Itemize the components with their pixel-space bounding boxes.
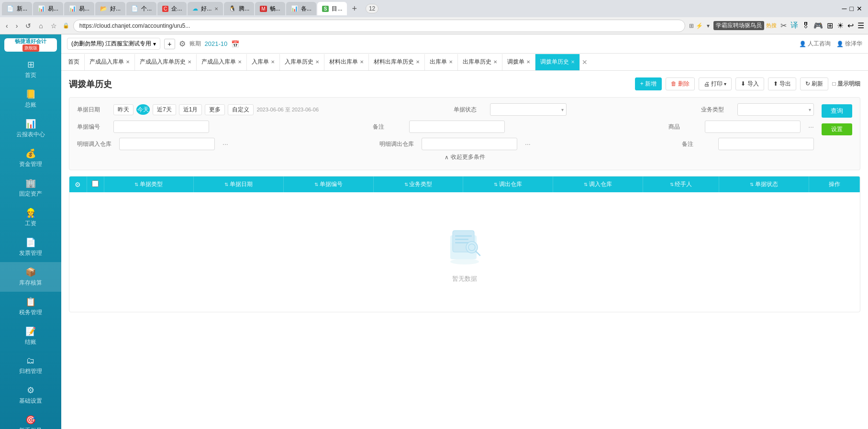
- page-tab-11[interactable]: 调拨单历史 ✕: [535, 54, 580, 70]
- period-value[interactable]: 2021-10: [205, 40, 228, 47]
- browser-tab-4[interactable]: 📂 好...: [95, 2, 125, 15]
- page-tab-11-close[interactable]: ✕: [571, 59, 575, 65]
- close-all-tabs-btn[interactable]: ✕: [582, 58, 588, 66]
- translate-icon[interactable]: 译: [790, 21, 798, 31]
- print-btn[interactable]: 🖨 打印 ▾: [699, 77, 732, 90]
- brightness-icon[interactable]: ☀: [837, 21, 844, 30]
- user-profile-btn[interactable]: 👤 徐泽华: [836, 40, 862, 48]
- browser-tab-5[interactable]: 📄 个...: [126, 2, 156, 15]
- delete-btn[interactable]: 🗑 删除: [666, 77, 695, 90]
- collapse-btn[interactable]: ∧ 收起更多条件: [445, 153, 485, 161]
- new-tab-button[interactable]: +: [348, 4, 361, 14]
- calendar-icon[interactable]: 📅: [231, 40, 239, 48]
- sidebar-item-invoice[interactable]: 📄 发票管理: [0, 232, 61, 262]
- page-tab-9-close[interactable]: ✕: [493, 59, 497, 65]
- detail-in-input[interactable]: [119, 138, 215, 150]
- detail-out-more-btn[interactable]: ···: [525, 140, 531, 148]
- query-btn[interactable]: 查询: [822, 104, 852, 118]
- sidebar-item-payroll[interactable]: 👷 工资: [0, 203, 61, 232]
- import-btn[interactable]: ⬇ 导入: [735, 77, 764, 90]
- goods-more-btn[interactable]: ···: [808, 123, 814, 131]
- note-input[interactable]: [718, 138, 814, 150]
- grid-icon[interactable]: ⊞: [827, 21, 833, 30]
- status-select[interactable]: [490, 103, 567, 116]
- page-tab-5[interactable]: 入库单历史 ✕: [280, 54, 324, 70]
- expand-address-btn[interactable]: ▾: [705, 21, 712, 31]
- detail-out-input[interactable]: [422, 138, 517, 150]
- browser-tab-3[interactable]: 📊 易...: [64, 2, 94, 15]
- page-tab-8-close[interactable]: ✕: [449, 59, 453, 65]
- show-cols-btn[interactable]: □ 显示明细: [832, 80, 860, 88]
- page-tab-1[interactable]: 产成品入库单 ✕: [85, 54, 135, 70]
- refresh-btn[interactable]: ↻ 刷新: [800, 77, 828, 90]
- add-company-btn[interactable]: +: [164, 39, 175, 49]
- col-out-wh[interactable]: ⇅ 调出仓库: [463, 176, 553, 192]
- date-yesterday-btn[interactable]: 昨天: [113, 104, 134, 115]
- date-7days-btn[interactable]: 近7天: [153, 104, 176, 115]
- nav-star[interactable]: ☆: [49, 20, 59, 32]
- col-in-wh[interactable]: ⇅ 调入仓库: [553, 176, 643, 192]
- browser-tab-9[interactable]: M 畅...: [255, 2, 285, 15]
- col-num[interactable]: ⇅ 单据编号: [283, 176, 373, 192]
- browser-tab-11[interactable]: S 目...: [317, 2, 347, 15]
- extensions-icon[interactable]: ⊞: [689, 22, 694, 29]
- browser-close[interactable]: ✕: [857, 5, 862, 12]
- page-tab-9[interactable]: 出库单历史 ✕: [458, 54, 502, 70]
- col-type[interactable]: ⇅ 单据类型: [104, 176, 194, 192]
- browser-tab-1[interactable]: 📄 新...: [2, 2, 32, 15]
- sidebar-item-finance[interactable]: 💰 资金管理: [0, 143, 61, 173]
- filter-settings-btn[interactable]: 设置: [822, 123, 852, 135]
- page-tab-3[interactable]: 产成品入库单 ✕: [197, 54, 247, 70]
- col-status[interactable]: ⇅ 单据状态: [719, 176, 809, 192]
- page-tab-7-close[interactable]: ✕: [416, 59, 420, 65]
- page-tab-4[interactable]: 入库单 ✕: [247, 54, 280, 70]
- nav-forward[interactable]: ›: [14, 20, 20, 32]
- page-tab-10-close[interactable]: ✕: [526, 59, 530, 65]
- menu-icon[interactable]: ☰: [857, 21, 864, 30]
- sidebar-item-ledger[interactable]: 📒 总账: [0, 84, 61, 114]
- col-date[interactable]: ⇅ 单据日期: [194, 176, 284, 192]
- date-1month-btn[interactable]: 近1月: [179, 104, 202, 115]
- wallet-icon[interactable]: 🎖: [802, 22, 810, 30]
- sidebar-item-inventory[interactable]: 📦 库存核算: [0, 262, 61, 292]
- browser-tab-7[interactable]: ☁ 好... ✕: [188, 2, 223, 15]
- goods-input[interactable]: [705, 121, 801, 133]
- select-all-checkbox[interactable]: [92, 180, 99, 187]
- browser-tab-6[interactable]: C 企...: [157, 2, 187, 15]
- sidebar-item-tax[interactable]: 📋 税务管理: [0, 292, 61, 321]
- sidebar-item-home[interactable]: ⊞ 首页: [0, 55, 61, 84]
- table-gear-icon[interactable]: ⚙: [75, 181, 81, 188]
- browser-tab-2[interactable]: 📊 易...: [33, 2, 63, 15]
- date-today-btn[interactable]: 今天: [136, 104, 150, 115]
- browser-maximize[interactable]: □: [850, 5, 854, 12]
- undo-icon[interactable]: ↩: [847, 21, 854, 30]
- nav-refresh[interactable]: ↺: [23, 20, 33, 32]
- new-btn[interactable]: + 新增: [635, 77, 662, 90]
- remark-input[interactable]: [409, 121, 505, 133]
- export-btn[interactable]: ⬆ 导出: [768, 77, 796, 90]
- scissors-icon[interactable]: ✂: [780, 21, 787, 30]
- page-tab-home[interactable]: 首页: [63, 54, 85, 70]
- lightning-icon[interactable]: ⚡: [696, 22, 703, 29]
- sidebar-item-reports[interactable]: 📊 云报表中心: [0, 114, 61, 143]
- company-select[interactable]: (勿删勿禁用) 江西服宝测试专用 ▾: [67, 38, 160, 50]
- date-custom-btn[interactable]: 自定义: [228, 104, 254, 115]
- nav-back[interactable]: ‹: [4, 20, 10, 32]
- date-more-btn[interactable]: 更多: [205, 104, 225, 115]
- page-tab-4-close[interactable]: ✕: [271, 59, 275, 65]
- biz-type-select[interactable]: [737, 103, 814, 116]
- page-tab-6-close[interactable]: ✕: [360, 59, 364, 65]
- page-tab-6[interactable]: 材料出库单 ✕: [324, 54, 369, 70]
- page-tab-2-close[interactable]: ✕: [188, 59, 191, 65]
- sidebar-item-settings[interactable]: ⚙ 基础设置: [0, 380, 61, 410]
- browser-tab-10[interactable]: 📊 各...: [286, 2, 316, 15]
- address-input[interactable]: [73, 20, 685, 32]
- sidebar-item-assets[interactable]: 🏢 固定资产: [0, 173, 61, 203]
- page-tab-3-close[interactable]: ✕: [238, 59, 242, 65]
- page-tab-10[interactable]: 调拨单 ✕: [502, 54, 535, 70]
- col-biz[interactable]: ⇅ 业务类型: [373, 176, 463, 192]
- sidebar-item-guide[interactable]: 🎯 新手引导: [0, 410, 61, 429]
- nav-home[interactable]: ⌂: [37, 20, 45, 32]
- customer-service-btn[interactable]: 👤 人工咨询: [799, 40, 831, 48]
- page-tab-7[interactable]: 材料出库单历史 ✕: [369, 54, 425, 70]
